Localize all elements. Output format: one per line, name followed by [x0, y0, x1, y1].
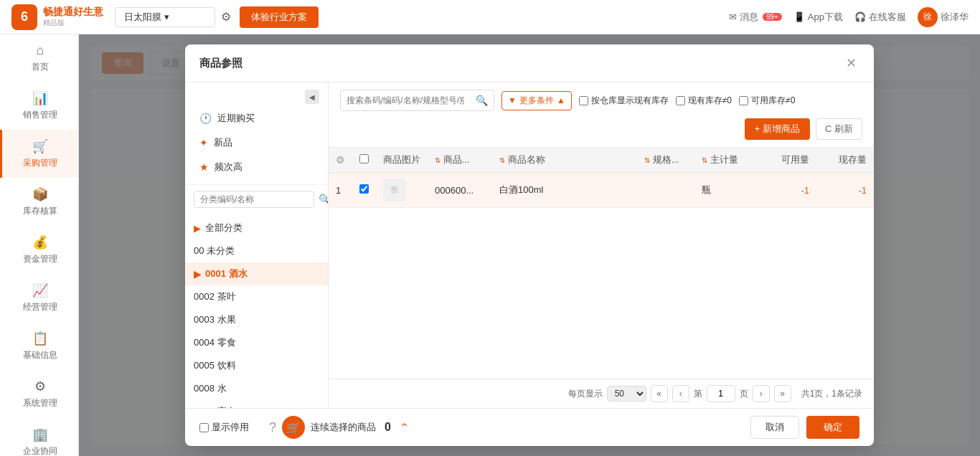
has-stock-checkbox[interactable]: [676, 96, 685, 105]
page-suffix: 页: [740, 388, 748, 400]
modal-title: 商品参照: [199, 57, 242, 70]
shopping-cart-icon: 🛒: [286, 421, 301, 434]
sidebar-item-basic[interactable]: 📋 基础信息: [0, 322, 78, 370]
product-search-box[interactable]: 🔍: [340, 90, 494, 111]
confirm-button[interactable]: 确定: [806, 416, 859, 439]
row-stock-cell: -1: [816, 173, 874, 208]
sidebar-item-purchase[interactable]: 🛒 采购管理: [0, 130, 78, 178]
row-check-cell[interactable]: [352, 173, 376, 208]
logo-area: 6 畅捷通好生意 精品版: [11, 4, 103, 30]
gear-icon[interactable]: ⚙: [221, 10, 231, 24]
help-icon[interactable]: ?: [269, 420, 276, 435]
mobile-icon: 📱: [793, 11, 805, 22]
cat-0004[interactable]: 0004 零食: [185, 331, 328, 354]
cart-icon-wrap[interactable]: 🛒: [282, 416, 305, 439]
modal-toolbar: 🔍 ▼ 更多条件 ▲ 按仓库显示现有库存: [329, 82, 874, 148]
category-list: ▶ 全部分类 00 未分类 ▶ 0001 酒水 0002 茶: [185, 214, 328, 408]
quick-recent[interactable]: 🕐 近期购买: [194, 108, 319, 128]
row-spec-cell: [637, 173, 694, 208]
logo-sub: 精品版: [43, 18, 103, 28]
cat-00-label: 00 未分类: [194, 244, 235, 257]
sidebar-item-operation[interactable]: 📈 经营管理: [0, 274, 78, 322]
warehouse-checkbox[interactable]: [579, 96, 588, 105]
cancel-button[interactable]: 取消: [750, 416, 799, 439]
sort-name-icon: ⇅: [499, 156, 505, 164]
prev-page-button[interactable]: ‹: [672, 385, 689, 402]
col-gear: ⚙: [329, 148, 352, 173]
app-download-item[interactable]: 📱 App下载: [793, 11, 843, 24]
cat-00[interactable]: 00 未分类: [185, 239, 328, 262]
sidebar-item-system[interactable]: ⚙ 系统管理: [0, 370, 78, 418]
product-search-button[interactable]: 🔍: [470, 95, 494, 106]
refresh-button[interactable]: C 刷新: [816, 118, 862, 140]
sort-spec-icon: ⇅: [644, 156, 650, 164]
category-search-icon[interactable]: 🔍: [319, 194, 329, 205]
stock-value: -1: [858, 185, 867, 196]
product-search-input[interactable]: [341, 95, 470, 105]
cat-0002[interactable]: 0002 茶叶: [185, 285, 328, 308]
trial-button[interactable]: 体验行业方案: [240, 6, 319, 28]
cat-all[interactable]: ▶ 全部分类: [185, 217, 328, 239]
online-service-item[interactable]: 🎧 在线客服: [854, 11, 906, 24]
cat-0002-label: 0002 茶叶: [194, 290, 236, 303]
product-thumbnail: 图: [383, 179, 406, 201]
sidebar-label-inventory: 库存核算: [23, 205, 57, 217]
col-name-header[interactable]: ⇅ 商品名称: [492, 148, 637, 173]
checkbox-can-use[interactable]: 可用库存≠0: [739, 95, 795, 107]
col-unit-header[interactable]: ⇅ 主计量: [694, 148, 752, 173]
sidebar-item-inventory[interactable]: 📦 库存核算: [0, 178, 78, 226]
table-row[interactable]: 1 图 000600...: [329, 173, 874, 208]
quick-new[interactable]: ✦ 新品: [194, 133, 319, 153]
page-number-input[interactable]: [707, 385, 735, 402]
user-avatar-item[interactable]: 徐 徐泽华: [918, 7, 969, 27]
filter-label: 更多条件: [519, 95, 554, 107]
nav-dropdown-label: 日太阳膜: [124, 11, 161, 24]
cat-0003-label: 0003 水果: [194, 313, 236, 326]
show-disabled-label[interactable]: 显示停用: [199, 421, 249, 434]
has-stock-label: 现有库存≠0: [688, 95, 732, 107]
cart-count: 0: [385, 421, 391, 434]
col-stock-header: 现存量: [816, 148, 874, 173]
sidebar-item-enterprise[interactable]: 🏢 企业协同: [0, 418, 78, 456]
sidebar-item-home[interactable]: ⌂ 首页: [0, 34, 78, 82]
quick-frequent-label: 频次高: [215, 161, 242, 174]
quick-recent-label: 近期购买: [217, 112, 255, 125]
cat-0003[interactable]: 0003 水果: [185, 308, 328, 331]
next-page-button[interactable]: ›: [753, 385, 770, 402]
row-name-cell: 白酒100ml: [492, 173, 637, 208]
chevron-down-icon: ▾: [164, 11, 169, 22]
quick-frequent[interactable]: ★ 频次高: [194, 157, 319, 177]
add-product-button[interactable]: + 新增商品: [745, 118, 810, 140]
sidebar-item-sales[interactable]: 📊 销售管理: [0, 82, 78, 130]
cat-0010[interactable]: 0010 家电: [185, 400, 328, 408]
sort-unit-icon: ⇅: [702, 156, 707, 164]
cat-0005[interactable]: 0005 饮料: [185, 354, 328, 377]
avatar: 徐: [918, 7, 938, 27]
filter-button[interactable]: ▼ 更多条件 ▲: [501, 91, 572, 110]
checkbox-by-warehouse[interactable]: 按仓库显示现有库存: [579, 95, 669, 107]
row-checkbox[interactable]: [359, 184, 369, 194]
show-disabled-checkbox[interactable]: [199, 423, 209, 432]
select-all-checkbox[interactable]: [359, 154, 369, 163]
col-spec-header[interactable]: ⇅ 规格...: [637, 148, 694, 173]
nav-dropdown[interactable]: 日太阳膜 ▾: [115, 7, 215, 27]
sidebar-label-sales: 销售管理: [23, 109, 57, 121]
first-page-button[interactable]: «: [651, 385, 668, 402]
per-page-select[interactable]: 50 100 200: [607, 386, 646, 402]
modal-close-button[interactable]: ✕: [842, 54, 859, 72]
cart-collapse-button[interactable]: ⌃: [400, 421, 409, 434]
checkbox-has-stock[interactable]: 现有库存≠0: [676, 95, 732, 107]
sidebar-item-finance[interactable]: 💰 资金管理: [0, 226, 78, 274]
table-gear-icon[interactable]: ⚙: [336, 154, 345, 166]
product-table: ⚙ 商品图片: [329, 148, 874, 208]
can-use-checkbox[interactable]: [739, 96, 748, 105]
message-nav-item[interactable]: ✉ 消息 99+: [729, 11, 782, 24]
collapse-button[interactable]: ◀: [305, 90, 319, 104]
cat-0001[interactable]: ▶ 0001 酒水: [185, 262, 328, 285]
last-page-button[interactable]: »: [774, 385, 791, 402]
category-search-input[interactable]: [194, 191, 314, 208]
arrow-icon: ▶: [194, 223, 201, 234]
message-icon: ✉: [729, 11, 737, 22]
col-code-header[interactable]: ⇅ 商品...: [428, 148, 492, 173]
cat-0008[interactable]: 0008 水: [185, 377, 328, 400]
